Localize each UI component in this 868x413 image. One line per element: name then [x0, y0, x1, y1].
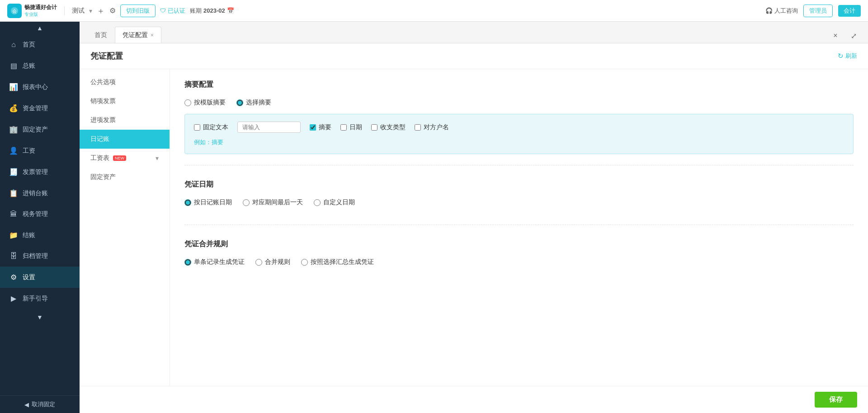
sidebar-item-sales[interactable]: 📋 进销台账 [0, 183, 80, 204]
radio-select-merge[interactable]: 按照选择汇总生成凭证 [301, 258, 374, 266]
sidebar-label-tax: 税务管理 [23, 210, 48, 218]
sidebar-item-assets[interactable]: 🏢 固定资产 [0, 119, 80, 140]
tab-voucher-config[interactable]: 凭证配置 × [115, 27, 161, 43]
fixed-text-input[interactable] [237, 122, 301, 133]
sidebar-item-payroll[interactable]: 👤 工资 [0, 140, 80, 161]
test-label: 测试 [72, 7, 85, 15]
company-logo: 会 畅捷通好会计 专业版 [7, 4, 57, 18]
sidebar-item-funds[interactable]: 💰 资金管理 [0, 98, 80, 119]
tab-home-label: 首页 [94, 31, 107, 39]
checkbox-date[interactable]: 日期 [340, 123, 362, 131]
sidebar-bottom: ◀ 取消固定 [0, 395, 80, 413]
tab-voucher-label: 凭证配置 [123, 31, 148, 39]
scroll-up-btn[interactable]: ▲ [0, 22, 80, 34]
radio-custom-date[interactable]: 自定义日期 [314, 198, 355, 206]
merge-title: 凭证合并规则 [184, 239, 854, 249]
radio-single[interactable]: 单条记录生成凭证 [184, 258, 245, 266]
sidebar-item-settings[interactable]: ⚙ 设置 [0, 267, 80, 288]
archive-icon: 🗄 [9, 252, 18, 260]
dropdown-arrow[interactable]: ▾ [89, 7, 92, 14]
date-radio-group: 按日记账日期 对应期间最后一天 自定义日期 [184, 198, 854, 206]
add-btn[interactable]: ＋ [97, 5, 105, 16]
expand-icon: ▾ [156, 155, 159, 162]
sidebar-label-sales: 进销台账 [23, 189, 48, 197]
calendar-icon[interactable]: 📅 [227, 7, 234, 14]
nav-item-journal[interactable]: 日记账 [80, 130, 170, 149]
radio-custom-date-input[interactable] [314, 199, 321, 206]
manager-btn[interactable]: 管理员 [803, 5, 833, 17]
radio-journal-date-input[interactable] [184, 199, 191, 206]
svg-text:会: 会 [12, 9, 17, 14]
refresh-icon: ↻ [838, 52, 844, 60]
page-header: 凭证配置 ↻ 刷新 [80, 43, 868, 69]
summary-example: 例如：摘要 [194, 138, 844, 146]
checkbox-date-input[interactable] [340, 124, 347, 131]
nav-item-public[interactable]: 公共选项 [80, 73, 170, 92]
top-bar: 会 畅捷通好会计 专业版 测试 ▾ ＋ ⚙ 切到旧版 🛡 已认证 账期 2023… [0, 0, 868, 22]
radio-period-last[interactable]: 对应期间最后一天 [243, 198, 303, 206]
settings-icon[interactable]: ⚙ [109, 6, 116, 15]
sidebar-item-home[interactable]: ⌂ 首页 [0, 34, 80, 55]
sidebar-item-archive[interactable]: 🗄 归档管理 [0, 246, 80, 267]
reports-icon: 📊 [9, 83, 18, 91]
date-title: 凭证日期 [184, 180, 854, 189]
sidebar-item-tax[interactable]: 🏛 税务管理 [0, 204, 80, 225]
summary-options-row: 固定文本 摘要 日期 [194, 122, 844, 133]
config-layout: 公共选项 销项发票 进项发票 日记账 工资表 NEW [80, 69, 868, 386]
funds-icon: 💰 [9, 104, 18, 113]
sidebar-item-guide[interactable]: ▶ 新手引导 [0, 288, 80, 309]
refresh-btn[interactable]: ↻ 刷新 [838, 52, 857, 60]
accountant-btn[interactable]: 会计 [838, 5, 861, 17]
summary-radio-group: 按模版摘要 选择摘要 [184, 99, 854, 107]
ledger-icon: ▤ [9, 61, 18, 70]
checkbox-income-type[interactable]: 收支类型 [371, 123, 406, 131]
expand-btn[interactable]: ⤢ [846, 28, 861, 43]
sidebar-item-close[interactable]: 📁 结账 [0, 225, 80, 246]
assets-icon: 🏢 [9, 125, 18, 134]
radio-merge-rule[interactable]: 合并规则 [255, 258, 290, 266]
radio-template[interactable]: 按模版摘要 [184, 99, 226, 107]
sidebar-label-archive: 归档管理 [23, 252, 48, 260]
nav-item-purchase-invoice[interactable]: 进项发票 [80, 111, 170, 130]
checkbox-income-type-input[interactable] [371, 124, 377, 131]
radio-template-input[interactable] [184, 99, 191, 106]
sidebar-item-reports[interactable]: 📊 报表中心 [0, 76, 80, 98]
home-icon: ⌂ [9, 41, 18, 49]
service-btn[interactable]: 🎧 人工咨询 [765, 7, 798, 15]
radio-single-input[interactable] [184, 259, 191, 266]
checkbox-fixed-text[interactable]: 固定文本 [194, 123, 228, 131]
checkbox-summary-input[interactable] [310, 124, 316, 131]
save-bar: 保存 [80, 386, 868, 413]
tab-close-icon[interactable]: × [151, 32, 154, 38]
radio-journal-date[interactable]: 按日记账日期 [184, 198, 232, 206]
sidebar-label-ledger: 总账 [23, 62, 35, 70]
checkbox-summary[interactable]: 摘要 [310, 123, 331, 131]
scroll-down-btn[interactable]: ▼ [0, 311, 80, 324]
tab-home[interactable]: 首页 [87, 27, 115, 43]
checkbox-counterpart-input[interactable] [415, 124, 421, 131]
checkbox-fixed-text-input[interactable] [194, 124, 200, 131]
sidebar-label-payroll: 工资 [23, 147, 35, 155]
section-date: 凭证日期 按日记账日期 对应期间最后一天 [184, 180, 854, 225]
close-window-btn[interactable]: × [828, 28, 843, 43]
cancel-fixed-btn[interactable]: ◀ 取消固定 [0, 396, 80, 413]
sidebar-item-ledger[interactable]: ▤ 总账 [0, 55, 80, 76]
nav-item-fixed-assets[interactable]: 固定资产 [80, 168, 170, 187]
sidebar-label-close: 结账 [23, 231, 35, 239]
radio-select[interactable]: 选择摘要 [236, 99, 271, 107]
radio-select-input[interactable] [236, 99, 243, 106]
checkbox-counterpart[interactable]: 对方户名 [415, 123, 449, 131]
nav-item-sales-invoice[interactable]: 销项发票 [80, 92, 170, 111]
top-bar-right: 🎧 人工咨询 管理员 会计 [765, 5, 861, 17]
radio-period-last-input[interactable] [243, 199, 250, 206]
radio-select-merge-input[interactable] [301, 259, 308, 266]
config-nav: 公共选项 销项发票 进项发票 日记账 工资表 NEW [80, 69, 170, 386]
sidebar-label-funds: 资金管理 [23, 104, 48, 113]
headset-icon: 🎧 [765, 7, 773, 14]
radio-merge-rule-input[interactable] [255, 259, 262, 266]
sidebar-item-invoice[interactable]: 🧾 发票管理 [0, 161, 80, 183]
switch-old-btn[interactable]: 切到旧版 [120, 5, 156, 17]
summary-options-box: 固定文本 摘要 日期 [184, 114, 854, 154]
save-button[interactable]: 保存 [815, 392, 857, 408]
nav-item-payroll[interactable]: 工资表 NEW ▾ [80, 149, 170, 168]
